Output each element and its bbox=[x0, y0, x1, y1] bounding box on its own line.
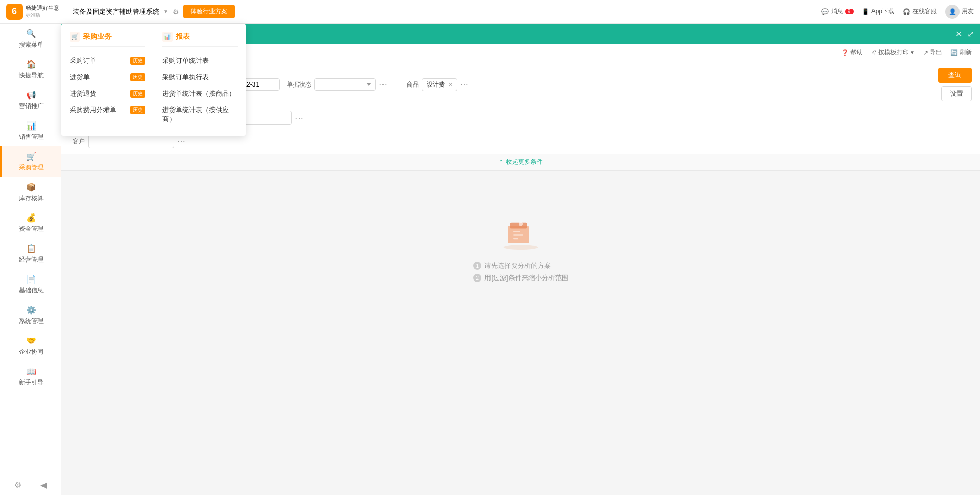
sidebar-label-finance: 资金管理 bbox=[19, 225, 44, 233]
col-business-title: 采购业务 bbox=[83, 32, 112, 41]
menu-goods-receipt[interactable]: 进货单 历史 bbox=[70, 69, 145, 85]
system-gear-icon[interactable]: ⚙ bbox=[173, 8, 179, 16]
sidebar-footer: ⚙ ◀ bbox=[0, 475, 61, 495]
svg-point-3 bbox=[519, 222, 523, 226]
refresh-btn[interactable]: 🔄 刷新 bbox=[950, 48, 972, 57]
settings-footer-icon[interactable]: ⚙ bbox=[14, 480, 22, 490]
goods-tag[interactable]: 设计费 ✕ bbox=[422, 78, 457, 91]
operations-icon: 📋 bbox=[26, 244, 36, 253]
sidebar-item-basicinfo[interactable]: 📄 基础信息 bbox=[0, 269, 61, 300]
empty-state: 1 请先选择要分析的方案 2 用[过滤]条件来缩小分析范围 bbox=[61, 171, 980, 324]
sidebar-item-inventory[interactable]: 📦 库存核算 bbox=[0, 177, 61, 208]
goods-return-badge: 历史 bbox=[130, 90, 145, 98]
order-exec-label: 采购订单执行表 bbox=[162, 73, 209, 82]
status-more-icon[interactable]: ⋯ bbox=[379, 80, 387, 90]
col-report-header: 📊 报表 bbox=[162, 32, 238, 47]
message-badge: 9 bbox=[845, 9, 854, 14]
sidebar-item-operations[interactable]: 📋 经营管理 bbox=[0, 239, 61, 269]
logo-area: 6 畅捷通好生意 标准版 bbox=[6, 4, 68, 20]
dropdown-col-report: 📊 报表 采购订单统计表 采购订单执行表 进货单统计表（按商品） 进货单统计表（… bbox=[154, 32, 238, 127]
menu-receipt-stats-supplier[interactable]: 进货单统计表（按供应商） bbox=[162, 102, 238, 127]
empty-tip-2: 2 用[过滤]条件来缩小分析范围 bbox=[473, 273, 568, 283]
purchase-icon: 🛒 bbox=[26, 152, 36, 161]
sidebar-item-sales[interactable]: 📊 销售管理 bbox=[0, 116, 61, 146]
purchase-expense-label: 采购费用分摊单 bbox=[70, 105, 116, 115]
sidebar-item-marketing[interactable]: 📢 营销推广 bbox=[0, 85, 61, 116]
search-icon: 🔍 bbox=[26, 29, 36, 38]
basicinfo-icon: 📄 bbox=[26, 274, 36, 284]
collapse-sidebar-icon[interactable]: ◀ bbox=[40, 480, 47, 490]
customer-more-icon[interactable]: ⋯ bbox=[177, 137, 185, 146]
tab-close-window-icon[interactable]: ✕ bbox=[955, 29, 962, 39]
status-label: 单据状态 bbox=[286, 80, 311, 89]
salesperson-more-icon[interactable]: ⋯ bbox=[295, 113, 303, 123]
tab-fullscreen-icon[interactable]: ⤢ bbox=[967, 29, 974, 39]
goods-tag-text: 设计费 bbox=[427, 80, 445, 89]
sidebar-item-system[interactable]: ⚙️ 系统管理 bbox=[0, 300, 61, 331]
receipt-stats-goods-label: 进货单统计表（按商品） bbox=[162, 89, 236, 98]
receipt-stats-supplier-label: 进货单统计表（按供应商） bbox=[162, 105, 238, 124]
collapse-text: 收起更多条件 bbox=[506, 158, 543, 166]
header-right: 💬 消息 9 📱 App下载 🎧 在线客服 👤 用友 bbox=[821, 5, 974, 19]
refresh-label: 刷新 bbox=[960, 48, 972, 57]
action-area: 查询 设置 bbox=[938, 68, 972, 101]
system-icon: ⚙️ bbox=[26, 305, 36, 315]
sidebar-item-search[interactable]: 🔍 搜索菜单 bbox=[0, 24, 61, 54]
status-select[interactable] bbox=[314, 78, 376, 91]
goods-field-group: 商品 设计费 ✕ ⋯ bbox=[393, 78, 468, 91]
sidebar: 🔍 搜索菜单 🏠 快捷导航 📢 营销推广 📊 销售管理 🛒 采购管理 📦 库存核… bbox=[0, 24, 61, 495]
guide-icon: 📖 bbox=[26, 367, 36, 376]
industry-btn[interactable]: 体验行业方案 bbox=[183, 5, 235, 18]
dropdown-col-business: 🛒 采购业务 采购订单 历史 进货单 历史 进货退货 历史 采购费用分摊单 历史 bbox=[70, 32, 154, 127]
status-field-group: 单据状态 ⋯ bbox=[286, 78, 387, 91]
goods-label: 商品 bbox=[393, 80, 419, 89]
goods-more-icon[interactable]: ⋯ bbox=[460, 80, 468, 90]
tip-num-2: 2 bbox=[473, 274, 481, 282]
customer-input[interactable] bbox=[88, 134, 174, 148]
empty-illustration bbox=[495, 212, 546, 253]
menu-receipt-stats-goods[interactable]: 进货单统计表（按商品） bbox=[162, 85, 238, 102]
goods-receipt-badge: 历史 bbox=[130, 73, 145, 81]
menu-purchase-order[interactable]: 采购订单 历史 bbox=[70, 53, 145, 69]
purchase-order-badge: 历史 bbox=[130, 57, 145, 65]
app-download-btn[interactable]: 📱 App下载 bbox=[862, 7, 894, 16]
sidebar-item-purchase[interactable]: 🛒 采购管理 bbox=[0, 146, 61, 177]
menu-purchase-expense[interactable]: 采购费用分摊单 历史 bbox=[70, 102, 145, 118]
collapse-row[interactable]: ⌃ 收起更多条件 bbox=[61, 154, 980, 170]
tip-num-1: 1 bbox=[473, 262, 481, 270]
col-report-title: 报表 bbox=[176, 32, 190, 41]
online-service-label: 在线客服 bbox=[912, 7, 937, 16]
sidebar-item-finance[interactable]: 💰 资金管理 bbox=[0, 208, 61, 239]
empty-tips: 1 请先选择要分析的方案 2 用[过滤]条件来缩小分析范围 bbox=[473, 261, 568, 283]
empty-tip-1: 1 请先选择要分析的方案 bbox=[473, 261, 568, 270]
sidebar-label-quicknav: 快捷导航 bbox=[19, 71, 44, 80]
menu-goods-return[interactable]: 进货退货 历史 bbox=[70, 85, 145, 102]
message-btn[interactable]: 💬 消息 9 bbox=[821, 7, 854, 16]
user-btn[interactable]: 👤 用友 bbox=[945, 5, 974, 19]
business-col-icon: 🛒 bbox=[70, 32, 80, 42]
logo-text-group: 畅捷通好生意 标准版 bbox=[26, 4, 59, 18]
sidebar-item-quicknav[interactable]: 🏠 快捷导航 bbox=[0, 54, 61, 85]
sidebar-item-guide[interactable]: 📖 新手引导 bbox=[0, 361, 61, 392]
print-btn[interactable]: 🖨 按模板打印 ▼ bbox=[871, 48, 915, 57]
system-chevron-icon[interactable]: ▼ bbox=[163, 9, 168, 14]
query-btn[interactable]: 查询 bbox=[938, 68, 972, 83]
svg-point-0 bbox=[504, 245, 538, 250]
menu-order-exec[interactable]: 采购订单执行表 bbox=[162, 69, 238, 85]
sidebar-label-purchase: 采购管理 bbox=[19, 163, 44, 172]
refresh-icon: 🔄 bbox=[950, 49, 958, 56]
export-icon: ↗ bbox=[923, 49, 928, 56]
sales-icon: 📊 bbox=[26, 121, 36, 131]
setting-btn[interactable]: 设置 bbox=[941, 86, 972, 101]
goods-receipt-label: 进货单 bbox=[70, 73, 90, 82]
help-btn[interactable]: ❓ 帮助 bbox=[841, 48, 863, 57]
export-btn[interactable]: ↗ 导出 bbox=[923, 48, 942, 57]
goods-tag-close-icon[interactable]: ✕ bbox=[448, 81, 453, 88]
menu-order-stats[interactable]: 采购订单统计表 bbox=[162, 53, 238, 69]
sidebar-item-enterprise[interactable]: 🤝 企业协同 bbox=[0, 331, 61, 361]
sidebar-label-search: 搜索菜单 bbox=[19, 40, 44, 49]
online-service-btn[interactable]: 🎧 在线客服 bbox=[903, 7, 937, 16]
avatar: 👤 bbox=[945, 5, 960, 19]
help-icon: ❓ bbox=[841, 49, 849, 56]
sidebar-label-operations: 经营管理 bbox=[19, 255, 44, 264]
